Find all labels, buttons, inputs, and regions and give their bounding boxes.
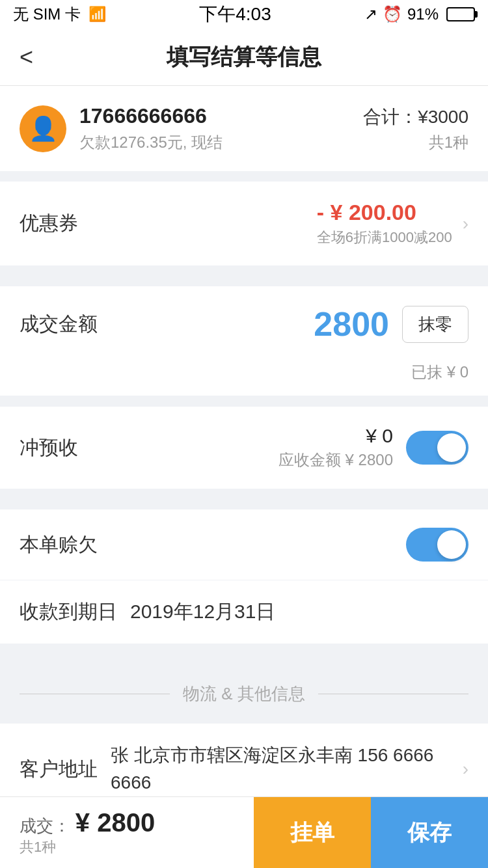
back-button[interactable]: < [20, 37, 46, 77]
logistics-label: 物流 & 其他信息 [183, 683, 305, 705]
coupon-desc: 全场6折满1000减200 [317, 228, 452, 247]
save-button[interactable]: 保存 [371, 797, 488, 869]
prepay-label: 冲预收 [20, 435, 78, 461]
page-title: 填写结算等信息 [167, 42, 321, 72]
round-button[interactable]: 抹零 [402, 306, 468, 343]
user-debt-status: 欠款1276.35元, 现结 [79, 132, 223, 153]
status-time: 下午4:03 [199, 2, 271, 27]
due-date-value: 2019年12月31日 [130, 599, 275, 625]
bottom-summary-label: 成交： [20, 816, 70, 835]
avatar: 👤 [20, 105, 66, 152]
address-chevron-icon: › [463, 759, 468, 780]
bottom-summary: 成交： ¥ 2800 共1种 [0, 808, 254, 857]
prepay-amount-block: ¥ 0 应收金额 ¥ 2800 [278, 425, 393, 470]
user-info: 17666666666 欠款1276.35元, 现结 [79, 104, 223, 153]
alarm-icon: ⏰ [383, 5, 402, 23]
amount-row: 成交金额 2800 抹零 [0, 286, 488, 362]
due-date-row: 收款到期日 2019年12月31日 [0, 580, 488, 644]
avatar-icon: 👤 [29, 115, 58, 142]
bottom-summary-row: 成交： ¥ 2800 [20, 808, 234, 837]
hang-button[interactable]: 挂单 [254, 797, 371, 869]
total-amount: ¥3000 [418, 107, 468, 127]
coupon-info: - ¥ 200.00 全场6折满1000减200 [317, 200, 452, 247]
total-label-value: 合计：¥3000 [363, 105, 468, 129]
user-right: 合计：¥3000 共1种 [363, 105, 468, 153]
address-label: 客户地址 [20, 756, 98, 783]
status-bar-left: 无 SIM 卡 📶 [13, 4, 106, 25]
prepay-toggle[interactable] [406, 431, 468, 465]
debt-label: 本单赊欠 [20, 532, 98, 558]
amount-right: 2800 抹零 [314, 305, 468, 344]
location-icon: ↗ [364, 5, 377, 23]
coupon-row[interactable]: 优惠券 - ¥ 200.00 全场6折满1000减200 › [0, 182, 488, 265]
prepay-section: 冲预收 ¥ 0 应收金额 ¥ 2800 [0, 406, 488, 489]
divider-1 [0, 276, 488, 286]
amount-label: 成交金额 [20, 311, 98, 338]
due-date-label: 收款到期日 [20, 599, 117, 625]
divider-2 [0, 499, 488, 509]
prepay-row: 冲预收 ¥ 0 应收金额 ¥ 2800 [0, 407, 488, 489]
prepay-value: ¥ 0 [278, 425, 393, 447]
bottom-summary-count: 共1种 [20, 837, 234, 857]
status-bar-right: ↗ ⏰ 91% [364, 5, 475, 23]
amount-section: 成交金额 2800 抹零 已抹 ¥ 0 [0, 286, 488, 396]
coupon-label: 优惠券 [20, 210, 78, 237]
user-left: 👤 17666666666 欠款1276.35元, 现结 [20, 104, 223, 153]
user-phone: 17666666666 [79, 104, 223, 128]
bottom-bar: 成交： ¥ 2800 共1种 挂单 保存 [0, 796, 488, 868]
debt-toggle[interactable] [406, 528, 468, 562]
total-count: 共1种 [363, 132, 468, 153]
battery-bar [446, 7, 475, 21]
nav-bar: < 填写结算等信息 [0, 29, 488, 86]
coupon-discount: - ¥ 200.00 [317, 200, 452, 225]
divider-3 [0, 654, 488, 664]
address-value: 张 北京市市辖区海淀区永丰南 156 6666 6666 [111, 742, 450, 796]
logistics-section-divider: 物流 & 其他信息 [0, 664, 488, 724]
amount-sub: 已抹 ¥ 0 [0, 362, 488, 396]
coupon-chevron-icon: › [463, 213, 468, 234]
battery-percent: 91% [407, 5, 439, 23]
carrier-label: 无 SIM 卡 [13, 4, 81, 25]
prepay-sub: 应收金额 ¥ 2800 [278, 450, 393, 470]
coupon-right: - ¥ 200.00 全场6折满1000减200 › [317, 200, 468, 247]
bottom-summary-value: ¥ 2800 [75, 808, 155, 837]
prepay-right: ¥ 0 应收金额 ¥ 2800 [278, 425, 468, 470]
total-label: 合计： [363, 107, 418, 127]
wifi-icon: 📶 [88, 6, 106, 23]
debt-section: 本单赊欠 收款到期日 2019年12月31日 [0, 509, 488, 644]
debt-row: 本单赊欠 [0, 509, 488, 580]
user-card: 👤 17666666666 欠款1276.35元, 现结 合计：¥3000 共1… [0, 86, 488, 171]
amount-value: 2800 [314, 305, 389, 344]
status-bar: 无 SIM 卡 📶 下午4:03 ↗ ⏰ 91% [0, 0, 488, 29]
content-area: 👤 17666666666 欠款1276.35元, 现结 合计：¥3000 共1… [0, 86, 488, 868]
